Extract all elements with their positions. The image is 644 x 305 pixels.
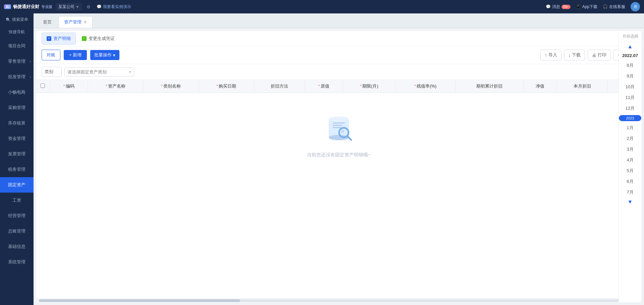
sidebar-item-salary[interactable]: 工资 [0,193,34,208]
import-label: 导入 [548,52,557,58]
sidebar-item-finance[interactable]: 资金管理 [0,131,34,146]
list-icon: ≡ [47,36,51,41]
sidebar-item-ecommerce[interactable]: 小畅电商 [0,85,34,100]
svg-point-9 [341,130,344,133]
sidebar-item-purchase[interactable]: 采购管理 [0,100,34,115]
sidebar-item-wholesale[interactable]: 批发管理 › [0,69,34,85]
user-avatar[interactable]: 用 [631,2,640,11]
col-net-value: 净值 [523,80,557,93]
col-period: *期限(月) [343,80,395,93]
company-selector[interactable]: 某某公司 ▼ [56,3,82,11]
demo-link[interactable]: 💬 我要看实例演示 [97,4,131,10]
month-item-3[interactable]: 3月 [619,144,641,155]
download-button[interactable]: ↓ 下载 [564,50,585,60]
sidebar-item-basic[interactable]: 基础信息 [0,239,34,254]
tab-bar: 首页 资产管理 ✕ [34,13,644,28]
category-input[interactable] [65,68,126,76]
col-name: *资产名称 [88,80,143,93]
messages-button[interactable]: 💬 消息 99+ [546,4,571,10]
month-item-7[interactable]: 7月 [619,187,641,198]
month-up-button[interactable]: ▲ [626,42,634,51]
category-label: 类别 [42,67,62,77]
search-icon: 🔍 [6,17,11,22]
select-all-checkbox[interactable] [41,84,45,88]
sidebar-item-assets[interactable]: 固定资产 [0,177,34,193]
month-down-button[interactable]: ▼ [626,198,634,206]
sub-tab-detail[interactable]: ≡ 资产明细 [42,33,76,45]
asset-table: *编码 *资产名称 *类别名称 *购买日期 折旧方法 *原值 *期限(月) *残… [36,80,641,178]
messages-badge: 99+ [561,5,571,9]
sidebar-item-inventory[interactable]: 库存核算 [0,115,34,131]
sidebar-item-project[interactable]: 项目合同 [0,38,34,54]
chevron-right-icon: › [30,75,31,79]
add-button[interactable]: + 新增 [64,50,87,60]
month-item-12[interactable]: 12月 [619,103,641,114]
sidebar-item-operations[interactable]: 经营管理 [0,208,34,223]
select-all-header [36,80,50,93]
sidebar-item-system[interactable]: 系统管理 [0,254,34,270]
quick-nav[interactable]: 快捷导航 [0,26,34,38]
month-item-4[interactable]: 4月 [619,155,641,165]
logo: Ai 畅捷通好业财 专业版 [4,4,52,10]
tab-home[interactable]: 首页 [38,16,57,28]
download-icon: ↓ [569,53,571,58]
sub-tab-voucher-label: 变更生成凭证 [89,36,115,42]
month-item-11[interactable]: 11月 [619,92,641,103]
app-download-button[interactable]: 📱 App下载 [576,4,597,10]
search-menu-label: 搜索菜单 [12,17,28,22]
sidebar-item-retail[interactable]: 零售管理 › [0,54,34,69]
download-label: 下载 [572,52,581,58]
col-residual-rate: *残值率(%) [395,80,455,93]
sidebar-item-label: 零售管理 [8,58,25,64]
bottom-scrollbar[interactable] [36,298,641,302]
demo-icon: 💬 [97,4,102,9]
print-button[interactable]: 🖨 打印 [588,50,611,60]
headset-icon: 🎧 [603,4,608,9]
print-label: 打印 [598,52,606,58]
svg-point-3 [329,116,349,122]
batch-label: 批量操作 [94,52,112,58]
col-code: *编码 [50,80,88,93]
col-monthly-depreciation: 本月折旧 [557,80,607,93]
chevron-down-icon: ▾ [126,70,134,74]
batch-button[interactable]: 批量操作 ▾ [90,50,119,60]
col-depreciation-method: 折旧方法 [254,80,305,93]
col-accumulated-depreciation: 期初累计折旧 [455,80,523,93]
asset-management-tab-label: 资产管理 [64,19,82,25]
match-button[interactable]: 对账 [42,50,60,60]
online-service-label: 在线客服 [609,4,625,10]
month-item-2[interactable]: 2月 [619,133,641,144]
sidebar-item-label: 税务管理 [8,166,25,172]
online-service-button[interactable]: 🎧 在线客服 [603,4,625,10]
settings-icon[interactable]: ⚙ [87,4,91,9]
sub-tab-voucher[interactable]: ✓ 变更生成凭证 [77,33,119,44]
sidebar: 🔍 搜索菜单 快捷导航 项目合同 零售管理 › 批发管理 › 小畅电商 采购管理… [0,13,34,305]
edition-label: 专业版 [41,4,52,9]
sidebar-item-invoice[interactable]: 发票管理 [0,146,34,162]
month-item-8[interactable]: 8月 [619,60,641,71]
month-item-10[interactable]: 10月 [619,82,641,92]
content-area: 首页 资产管理 ✕ ≡ 资产明细 ✓ 变更生成凭证 [34,13,644,305]
sidebar-item-label: 总账管理 [8,228,25,234]
sidebar-item-ledger[interactable]: 总账管理 [0,223,34,239]
month-item-5[interactable]: 5月 [619,165,641,176]
sidebar-item-label: 资金管理 [8,136,25,142]
scroll-thumb[interactable] [39,299,240,302]
sidebar-item-label: 基础信息 [8,244,25,250]
import-button[interactable]: ↑ 导入 [540,50,561,60]
tab-close-icon[interactable]: ✕ [84,20,87,24]
main-layout: 🔍 搜索菜单 快捷导航 项目合同 零售管理 › 批发管理 › 小畅电商 采购管理… [0,13,644,305]
month-item-1[interactable]: 1月 [619,122,641,133]
current-year-display[interactable]: 2022.07 [621,51,639,60]
search-menu[interactable]: 🔍 搜索菜单 [0,13,34,26]
month-item-6[interactable]: 6月 [619,176,641,187]
svg-rect-4 [333,122,345,123]
category-filter[interactable]: ▾ [64,67,134,77]
tab-asset-management[interactable]: 资产管理 ✕ [58,16,93,28]
scroll-track [39,299,639,302]
month-item-9[interactable]: 9月 [619,71,641,82]
year-2023-badge[interactable]: 2023 [619,115,641,121]
import-icon: ↑ [545,53,547,58]
col-original-value: *原值 [305,80,343,93]
sidebar-item-tax[interactable]: 税务管理 [0,162,34,177]
